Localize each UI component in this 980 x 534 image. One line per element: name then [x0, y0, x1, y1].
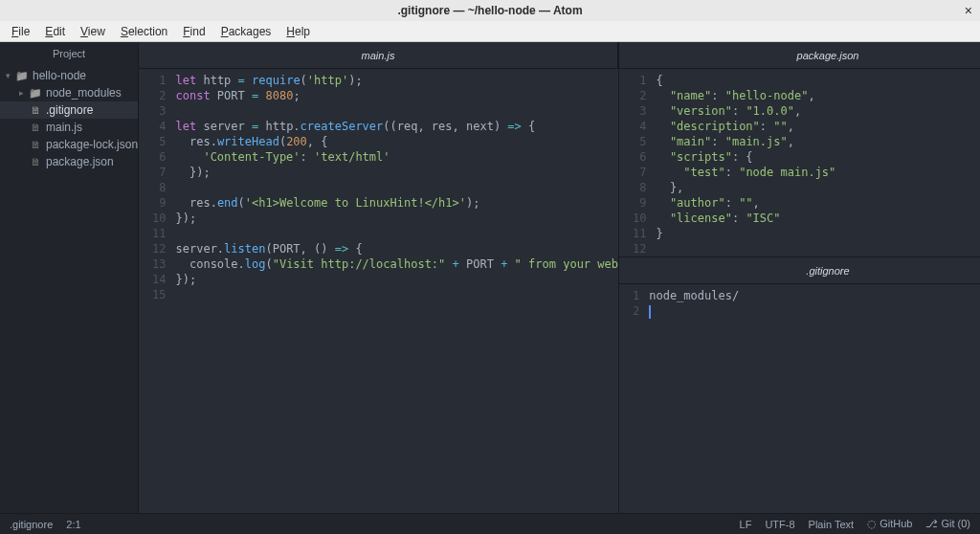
tab-bar-right-top: package.json [619, 42, 980, 69]
tree-item-main-js[interactable]: 🗎main.js [0, 119, 138, 136]
file-icon: 🗎 [29, 156, 42, 167]
tree-item-node-modules[interactable]: ▸📁node_modules [0, 84, 138, 101]
tree-item-package-lock-json[interactable]: 🗎package-lock.json [0, 136, 138, 153]
chevron-icon: ▸ [19, 88, 29, 98]
window-titlebar: .gitignore — ~/hello-node — Atom × [0, 0, 980, 21]
editor-subpane-top: package.json 123456789101112{ "name": "h… [619, 42, 980, 257]
status-eol[interactable]: LF [740, 519, 752, 530]
tree-item-label: node_modules [46, 86, 122, 100]
menu-edit[interactable]: Edit [37, 23, 73, 40]
tree-item-package-json[interactable]: 🗎package.json [0, 153, 138, 170]
code-content[interactable]: let http = require('http');const PORT = … [176, 69, 618, 513]
menu-view[interactable]: View [73, 23, 113, 40]
git-branch-icon: ⎇ [925, 518, 938, 529]
menu-file[interactable]: File [4, 23, 37, 40]
line-gutter: 12 [619, 284, 649, 513]
status-grammar[interactable]: Plain Text [809, 519, 855, 530]
editor-pane-left: main.js 123456789101112131415let http = … [139, 42, 619, 513]
status-git[interactable]: ⎇ Git (0) [925, 518, 970, 530]
editor-subpane-bottom: .gitignore 12node_modules/ [619, 257, 980, 513]
status-github[interactable]: ◌ GitHub [867, 518, 912, 530]
status-cursor-pos[interactable]: 2:1 [66, 519, 80, 530]
github-icon: ◌ [867, 518, 877, 529]
status-filename[interactable]: .gitignore [10, 519, 53, 530]
code-content[interactable]: { "name": "hello-node", "version": "1.0.… [656, 69, 835, 256]
tree-item-label: package-lock.json [46, 138, 138, 151]
tab-main-js[interactable]: main.js [139, 42, 618, 68]
tab-gitignore[interactable]: .gitignore [619, 257, 980, 283]
main-area: Project ▾📁hello-node▸📁node_modules🗎.giti… [0, 42, 980, 513]
tab-package-json[interactable]: package.json [619, 42, 980, 68]
tree-item-label: .gitignore [46, 103, 93, 117]
tab-bar-left: main.js [139, 42, 618, 69]
tree-item-label: hello-node [33, 69, 86, 82]
tree-item--gitignore[interactable]: 🗎.gitignore [0, 101, 138, 119]
window-title: .gitignore — ~/hello-node — Atom [397, 4, 582, 17]
folder-icon: 📁 [15, 70, 29, 82]
status-bar: .gitignore 2:1 LF UTF-8 Plain Text ◌ Git… [0, 513, 980, 534]
menu-find[interactable]: Find [175, 23, 212, 40]
status-encoding[interactable]: UTF-8 [765, 519, 794, 530]
sidebar-title: Project [0, 42, 138, 65]
file-tree: ▾📁hello-node▸📁node_modules🗎.gitignore🗎ma… [0, 65, 138, 513]
menu-help[interactable]: Help [278, 23, 318, 40]
file-icon: 🗎 [29, 139, 42, 150]
file-icon: 🗎 [29, 122, 42, 133]
chevron-icon: ▾ [6, 71, 15, 80]
project-sidebar: Project ▾📁hello-node▸📁node_modules🗎.giti… [0, 42, 139, 513]
tab-bar-right-bottom: .gitignore [619, 257, 980, 284]
tree-item-label: package.json [46, 155, 114, 168]
text-cursor [649, 305, 651, 319]
menu-bar: FileEditViewSelectionFindPackagesHelp [0, 21, 980, 42]
editor-pane-right: package.json 123456789101112{ "name": "h… [619, 42, 980, 513]
editor-gitignore[interactable]: 12node_modules/ [619, 284, 980, 513]
editor-main-js[interactable]: 123456789101112131415let http = require(… [139, 69, 618, 513]
editor-panes: main.js 123456789101112131415let http = … [139, 42, 980, 513]
folder-icon: 📁 [29, 87, 42, 100]
code-content[interactable]: node_modules/ [649, 284, 739, 513]
file-icon: 🗎 [29, 104, 42, 116]
tree-item-hello-node[interactable]: ▾📁hello-node [0, 67, 138, 84]
line-gutter: 123456789101112131415 [139, 69, 175, 513]
window-close-button[interactable]: × [965, 3, 972, 18]
line-gutter: 123456789101112 [619, 69, 656, 256]
editor-package-json[interactable]: 123456789101112{ "name": "hello-node", "… [619, 69, 980, 256]
menu-packages[interactable]: Packages [213, 23, 279, 40]
menu-selection[interactable]: Selection [113, 23, 175, 40]
tree-item-label: main.js [46, 121, 82, 134]
